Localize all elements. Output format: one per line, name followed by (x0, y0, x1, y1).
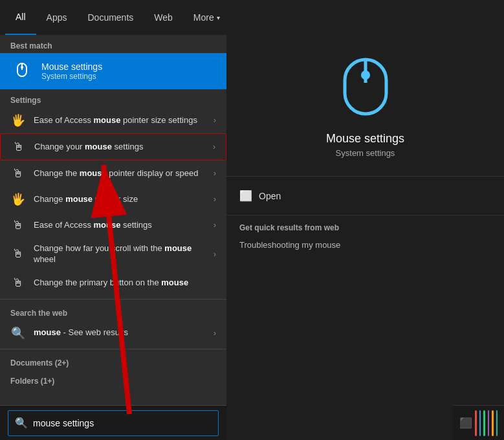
mouse-settings-icon (10, 60, 34, 83)
documents-header: Documents (2+) (0, 352, 226, 370)
arrow-icon-3: › (214, 169, 216, 178)
web-search-header: Search the web (0, 302, 226, 320)
result-item-pointer-display[interactable]: 🖱 Change the mouse pointer display or sp… (0, 160, 226, 186)
settings-header: Settings (0, 89, 226, 107)
result-item-ease-of-access[interactable]: 🖱 Ease of Access mouse settings › (0, 212, 226, 238)
mouse-icon-2: 🖱 (11, 139, 27, 155)
search-icon: 🔍 (15, 417, 28, 429)
best-match-subtitle: System settings (41, 72, 102, 81)
folders-header: Folders (1+) (0, 370, 226, 388)
best-match-header: Best match (0, 35, 226, 53)
web-results-section: Get quick results from web Troubleshooti… (226, 215, 504, 260)
arrow-icon-1: › (214, 116, 216, 125)
app-preview: Mouse settings System settings (226, 35, 504, 171)
result-item-scroll[interactable]: 🖱 Change how far you scroll with the mou… (0, 238, 226, 270)
app-thumb-4[interactable] (488, 410, 490, 436)
tab-web[interactable]: Web (144, 0, 183, 35)
taskbar-icon[interactable]: ⬛ (459, 412, 472, 435)
arrow-icon-6: › (214, 250, 216, 259)
search-box[interactable]: 🔍 (0, 405, 226, 440)
hand-icon: 🖐 (10, 113, 26, 128)
right-header (226, 0, 504, 35)
mouse-icon-3: 🖱 (10, 217, 26, 233)
svg-point-5 (361, 71, 370, 80)
app-thumb-2[interactable] (479, 410, 481, 436)
app-thumb-5[interactable] (492, 410, 494, 436)
hand-icon-2: 🖐 (10, 192, 26, 207)
search-web-icon: 🔍 (10, 325, 26, 341)
web-result-item[interactable]: Troubleshooting my mouse (239, 237, 491, 252)
search-panel: All Apps Documents Web More ▾ T 👤 ··· ✕ … (0, 0, 226, 440)
result-item-web-search[interactable]: 🔍 mouse - See web results › (0, 320, 226, 346)
bottom-app-strip: ⬛ (453, 405, 504, 440)
app-title: Mouse settings (326, 132, 404, 146)
result-item-change-mouse-settings[interactable]: 🖱 Change your mouse settings › (0, 133, 226, 160)
search-input[interactable] (33, 418, 212, 428)
result-item-pointer-size[interactable]: 🖐 Change mouse pointer size › (0, 186, 226, 212)
svg-point-2 (21, 66, 23, 69)
tab-more[interactable]: More ▾ (183, 0, 230, 35)
best-match-text: Mouse settings System settings (41, 61, 102, 81)
tab-documents[interactable]: Documents (77, 0, 144, 35)
app-thumb-6[interactable] (496, 410, 498, 436)
tab-bar: All Apps Documents Web More ▾ T 👤 ··· ✕ (0, 0, 226, 35)
app-thumb-3[interactable] (483, 410, 485, 436)
tab-apps[interactable]: Apps (36, 0, 78, 35)
web-results-title: Get quick results from web (239, 223, 491, 232)
arrow-icon-2: › (213, 142, 215, 151)
chevron-down-icon: ▾ (217, 14, 220, 21)
cursor-icon: 🖱 (10, 166, 26, 181)
arrow-icon-5: › (214, 221, 216, 230)
right-panel: Mouse settings System settings ⬜ Open Ge… (226, 0, 504, 440)
search-input-container[interactable]: 🔍 (8, 410, 219, 436)
result-item-ease-of-access-pointer-size[interactable]: 🖐 Ease of Access mouse pointer size sett… (0, 107, 226, 133)
divider-2 (0, 349, 226, 349)
scroll-icon: 🖱 (10, 247, 26, 262)
results-area: Best match Mouse settings System setting… (0, 35, 226, 405)
app-thumb-1[interactable] (475, 410, 477, 436)
mouse-large-icon (340, 54, 391, 122)
divider-1 (0, 299, 226, 300)
open-label: Open (259, 191, 281, 201)
app-subtitle: System settings (336, 148, 395, 158)
arrow-icon-7: › (214, 329, 216, 338)
open-icon: ⬜ (239, 190, 252, 202)
mouse-icon-4: 🖱 (10, 276, 26, 291)
open-button[interactable]: ⬜ Open (239, 184, 491, 207)
result-item-primary-button[interactable]: 🖱 Change the primary button on the mouse (0, 270, 226, 296)
best-match-title: Mouse settings (41, 61, 102, 72)
tab-all[interactable]: All (5, 0, 36, 35)
tab-more-label: More (193, 12, 214, 23)
action-area: ⬜ Open (226, 176, 504, 215)
arrow-icon-4: › (214, 195, 216, 204)
best-match-item[interactable]: Mouse settings System settings (0, 53, 226, 89)
